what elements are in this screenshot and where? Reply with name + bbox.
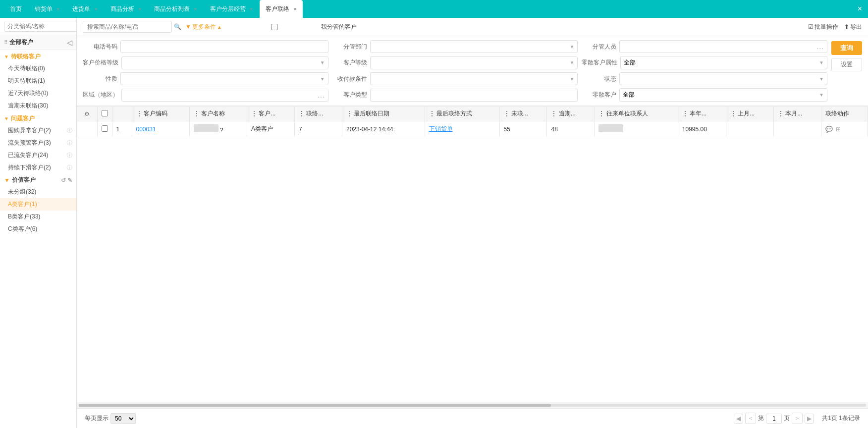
sidebar-item-tomorrow-contact[interactable]: 明天待联络(1) <box>0 75 76 87</box>
grid-icon[interactable]: ⊞ <box>836 126 841 133</box>
code-column-header[interactable]: ⋮ 客户编码 <box>132 107 189 121</box>
sidebar-item-overdue-contact[interactable]: 逾期未联络(30) <box>0 100 76 112</box>
batch-ops-button[interactable]: ☑ 批量操作 <box>808 23 838 31</box>
tab-home[interactable]: 首页 <box>4 0 28 18</box>
last-contact-method-column-header[interactable]: ⋮ 最后联络方式 <box>425 107 499 121</box>
customer-type-input[interactable] <box>370 89 578 102</box>
row-checkbox[interactable] <box>102 125 108 132</box>
phone-input[interactable] <box>120 40 328 53</box>
filter-customer-level: 客户等级 ▼ <box>332 56 578 69</box>
row-unit-contact <box>595 121 678 137</box>
my-customers-checkbox[interactable] <box>230 24 319 30</box>
chat-icon[interactable]: 💬 <box>825 126 833 133</box>
no-contact-column-header[interactable]: ⋮ 未联... <box>499 107 547 121</box>
row-last-contact-method[interactable]: 下销货单 <box>425 121 499 137</box>
prev-page-button[interactable]: ＜ <box>745 413 756 424</box>
sidebar-item-a-class[interactable]: A类客户(1) <box>0 198 76 211</box>
row-last-contact-date: 2023-04-12 14:44: <box>342 121 425 137</box>
sparse-customer-select[interactable]: 全部 ▼ <box>619 88 827 102</box>
settings-button[interactable]: 设置 <box>831 58 862 71</box>
footer-pagination: 每页显示 50 100 200 ◀ ＜ 第 页 ＞ ▶ 共1页 1条记录 <box>77 408 868 428</box>
next-page-button[interactable]: ＞ <box>792 413 803 424</box>
row-overdue: 48 <box>547 121 595 137</box>
sidebar-item-7day-contact[interactable]: 近7天待联络(0) <box>0 87 76 100</box>
sparse-attr-select[interactable]: 全部 ▼ <box>620 56 827 69</box>
gear-column-header[interactable]: ⚙ <box>77 107 98 121</box>
close-sales-tab[interactable]: × <box>56 6 59 12</box>
type-column-header[interactable]: ⋮ 客户... <box>247 107 295 121</box>
page-label: 第 <box>758 414 764 423</box>
all-customers-label: 全部客户 <box>9 38 33 47</box>
info-icon-4: ⓘ <box>67 164 72 171</box>
this-year-column-header[interactable]: ⋮ 本年... <box>678 107 726 121</box>
sidebar-collapse-button[interactable]: ◁ <box>67 39 72 47</box>
close-goods-analysis-tab[interactable]: × <box>138 6 141 12</box>
refresh-icon[interactable]: ↺ <box>61 177 66 184</box>
close-customer-segment-tab[interactable]: × <box>250 6 253 12</box>
department-select[interactable]: ▼ <box>370 40 578 53</box>
per-page-select[interactable]: 50 100 200 <box>110 413 136 424</box>
sidebar-search-input[interactable] <box>4 21 77 32</box>
sidebar-item-hoarding[interactable]: 囤购异常客户(2) ⓘ <box>0 124 76 137</box>
close-goods-list-tab[interactable]: × <box>194 6 197 12</box>
export-button[interactable]: ⬆ 导出 <box>844 23 862 31</box>
region-dots-icon: ... <box>318 91 325 99</box>
horizontal-scrollbar[interactable] <box>77 402 868 408</box>
sidebar-item-unclassified[interactable]: 未分组(32) <box>0 186 76 198</box>
customer-type-label: 客户类型 <box>332 91 367 99</box>
sidebar: 🔍 ⠿ 全部客户 ◁ ▼ 待联络客户 今天待联络(0) 明天待联络(1) 近7天… <box>0 18 77 428</box>
payment-select[interactable]: ▼ <box>370 72 578 85</box>
tab-customer-segment[interactable]: 客户分层经营 × <box>204 0 259 18</box>
sidebar-item-churned[interactable]: 已流失客户(24) ⓘ <box>0 149 76 161</box>
filter-row-1: 电话号码 分管部门 ▼ 分管人员 <box>83 40 827 53</box>
nature-select[interactable]: ▼ <box>120 72 328 85</box>
scrollbar-thumb[interactable] <box>79 404 551 407</box>
query-button[interactable]: 查询 <box>831 41 862 55</box>
problem-customers-group: ▼ 问题客户 <box>0 112 76 124</box>
edit-icon[interactable]: ✎ <box>67 177 72 184</box>
tab-purchase[interactable]: 进货单 × <box>66 0 103 18</box>
more-filter-button[interactable]: ▼ 更多条件 ▲ <box>185 23 222 31</box>
person-select[interactable]: ... <box>619 40 827 53</box>
customer-level-label: 客户等级 <box>332 58 367 67</box>
department-arrow-icon: ▼ <box>569 44 574 50</box>
last-month-column-header[interactable]: ⋮ 上月... <box>726 107 773 121</box>
per-page-label: 每页显示 <box>85 414 108 423</box>
contact-column-header[interactable]: ⋮ 联络... <box>295 107 342 121</box>
status-select[interactable]: ▼ <box>619 72 827 85</box>
sidebar-item-today-contact[interactable]: 今天待联络(0) <box>0 62 76 75</box>
tab-sales[interactable]: 销货单 × <box>29 0 65 18</box>
first-page-button[interactable]: ◀ <box>734 414 743 424</box>
customer-level-select[interactable]: ▼ <box>370 56 578 69</box>
last-contact-date-column-header[interactable]: ⋮ 最后联络日期 <box>342 107 425 121</box>
batch-ops-icon: ☑ <box>808 23 814 30</box>
info-icon-2: ⓘ <box>67 139 72 147</box>
tab-goods-analysis-list[interactable]: 商品分析列表 × <box>148 0 203 18</box>
close-customer-contact-tab[interactable]: × <box>293 6 296 12</box>
unit-contact-column-header[interactable]: ⋮ 往来单位联系人 <box>595 107 678 121</box>
select-all-checkbox[interactable] <box>102 110 108 116</box>
sidebar-item-b-class[interactable]: B类客户(33) <box>0 211 76 223</box>
close-purchase-tab[interactable]: × <box>94 6 97 12</box>
name-column-header[interactable]: ⋮ 客户名称 <box>189 107 247 121</box>
sidebar-item-c-class[interactable]: C类客户(6) <box>0 223 76 235</box>
row-code[interactable]: 000031 <box>132 121 189 137</box>
tab-customer-contact[interactable]: 客户联络 × <box>260 0 302 18</box>
nature-label: 性质 <box>83 75 117 83</box>
window-close-button[interactable]: × <box>856 2 864 15</box>
tab-goods-analysis[interactable]: 商品分析 × <box>105 0 147 18</box>
value-customers-actions: ↺ ✎ <box>61 177 72 184</box>
overdue-column-header[interactable]: ⋮ 逾期... <box>547 107 595 121</box>
search-button[interactable]: 🔍 <box>174 23 181 30</box>
search-input[interactable] <box>83 21 172 33</box>
last-page-button[interactable]: ▶ <box>805 414 814 424</box>
my-customers-checkbox-label[interactable]: 我分管的客户 <box>230 23 357 31</box>
region-select[interactable]: ... <box>121 89 328 102</box>
price-level-select[interactable]: ▼ <box>121 56 328 69</box>
page-of-label: 页 <box>784 414 790 423</box>
sidebar-item-declining[interactable]: 持续下滑客户(2) ⓘ <box>0 161 76 174</box>
current-page-input[interactable] <box>766 414 782 424</box>
row-no-contact: 55 <box>499 121 547 137</box>
this-month-column-header[interactable]: ⋮ 本月... <box>773 107 821 121</box>
sidebar-item-churn-warning[interactable]: 流失预警客户(3) ⓘ <box>0 137 76 149</box>
